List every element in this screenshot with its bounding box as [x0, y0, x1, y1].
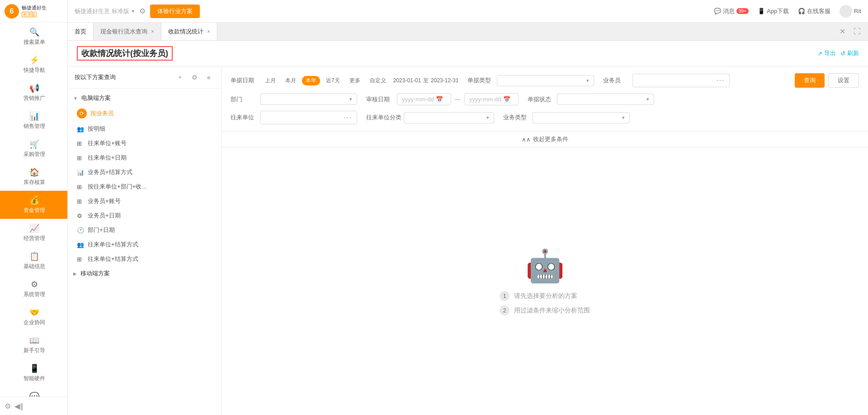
date-tab-this-month[interactable]: 本月 — [282, 76, 300, 85]
tree-item-按往来单位+部门+收...[interactable]: ⊞按往来单位+部门+收... — [68, 179, 221, 194]
tree-item-按业务员[interactable]: ⟳按业务员 — [68, 105, 221, 122]
date-tab-7days[interactable]: 近7天 — [322, 76, 344, 85]
date-tab-custom[interactable]: 自定义 — [366, 76, 390, 85]
date-tab-this-year[interactable]: 本年 — [302, 76, 320, 85]
topbar-gear-icon[interactable]: ⚙ — [139, 7, 146, 15]
tab-receipt-stats[interactable]: 收款情况统计 × — [161, 23, 217, 40]
sidebar-item-搜索菜单[interactable]: 🔍搜索菜单 — [0, 23, 67, 51]
topbar: 畅捷通好生意 标准版 ▾ ⚙ 体验行业方案 💬 消息 99+ 📱 App下载 🎧… — [68, 0, 868, 23]
sidebar-item-icon: ⚙ — [31, 279, 38, 289]
query-button[interactable]: 查询 — [795, 73, 825, 88]
sidebar-item-快捷导航[interactable]: ⚡快捷导航 — [0, 51, 67, 79]
voucher-status-select[interactable]: ▾ — [557, 94, 654, 105]
tree-item-往来单位+账号[interactable]: ⊞往来单位+账号 — [68, 136, 221, 151]
dept-select[interactable]: ▾ — [260, 94, 357, 105]
tab-bank-flow[interactable]: 现金银行流水查询 × — [94, 23, 161, 40]
tree-item-业务员+日期[interactable]: ⚙业务员+日期 — [68, 208, 221, 223]
sidebar-item-营销推广[interactable]: 📢营销推广 — [0, 79, 67, 107]
partner-more-icon[interactable]: ··· — [344, 113, 352, 122]
voucher-type-select[interactable]: ▾ — [497, 75, 594, 86]
sidebar-item-企业协同[interactable]: 🤝企业协同 — [0, 303, 67, 331]
tabbar: 首页 现金银行流水查询 × 收款情况统计 × ✕ ⛶ — [68, 23, 868, 41]
online-service-item[interactable]: 🎧 在线客服 — [798, 7, 830, 15]
voucher-type-label: 单据类型 — [467, 76, 495, 85]
step-1-num: 1 — [500, 291, 509, 301]
query-row-1: 单据日期 上月 本月 本年 近7天 更多 自定义 2023-01-01 — [231, 73, 859, 88]
query-buttons: 查询 设置 — [795, 73, 859, 88]
tree-item-业务员+账号[interactable]: ⊞业务员+账号 — [68, 194, 221, 208]
settings-footer-icon[interactable]: ⚙ — [5, 402, 11, 410]
partner-category-select[interactable]: ▾ — [404, 112, 494, 123]
right-panel: 单据日期 上月 本月 本年 近7天 更多 自定义 2023-01-01 — [222, 66, 868, 415]
sidebar-item-基础信息[interactable]: 📋基础信息 — [0, 247, 67, 275]
partner-select[interactable]: ··· — [260, 111, 357, 124]
dept-label: 部门 — [231, 95, 258, 104]
user-name: Rit — [854, 8, 861, 14]
business-type-select[interactable]: ▾ — [533, 112, 630, 123]
messages-item[interactable]: 💬 消息 99+ — [714, 7, 749, 15]
sidebar-item-企业微信[interactable]: 💬企业微信 — [0, 387, 67, 397]
logo-text: 畅捷通好生 标准版 — [22, 5, 47, 18]
bank-flow-close-icon[interactable]: × — [151, 28, 154, 35]
query-row-3: 往来单位 ··· 往来单位分类 ▾ — [231, 111, 859, 124]
trial-button[interactable]: 体验行业方案 — [150, 5, 200, 18]
tree-item-icon: ⚙ — [77, 212, 84, 219]
tree-item-label: 业务员+账号 — [88, 197, 121, 205]
sidebar-item-新手引导[interactable]: 📖新手引导 — [0, 331, 67, 359]
user-area[interactable]: Rit — [840, 5, 861, 18]
date-label: 单据日期 — [231, 76, 258, 85]
collapse-conditions-button[interactable]: ∧∧ 收起更多条件 — [522, 135, 568, 143]
tree-item-label: 业务员+结算方式 — [88, 168, 132, 176]
sidebar-item-库存核算[interactable]: 🏠库存核算 — [0, 163, 67, 191]
sidebar-item-经营管理[interactable]: 📈经营管理 — [0, 219, 67, 247]
business-type-field: 业务类型 ▾ — [503, 112, 630, 123]
voucher-type-chevron-icon: ▾ — [586, 78, 589, 84]
receipt-stats-close-icon[interactable]: × — [207, 28, 210, 35]
sidebar-item-销售管理[interactable]: 📊销售管理 — [0, 107, 67, 135]
scheme-settings-icon[interactable]: ⚙ — [189, 72, 200, 83]
sidebar-item-资金管理[interactable]: 💰资金管理 — [0, 191, 67, 219]
tree-section-header[interactable]: ▶移动端方案 — [68, 266, 221, 281]
refresh-button[interactable]: ↺ 刷新 — [840, 49, 859, 57]
voucher-status-label: 单据状态 — [528, 95, 555, 104]
collapse-footer-icon[interactable]: ◀‖ — [14, 402, 24, 410]
tree-item-往来单位+日期[interactable]: ⊞往来单位+日期 — [68, 151, 221, 165]
settings-button[interactable]: 设置 — [828, 73, 859, 88]
tree-item-按明细[interactable]: 👥按明细 — [68, 122, 221, 136]
tree-item-icon: ⊞ — [77, 140, 84, 147]
add-scheme-button[interactable]: ＋ — [175, 72, 185, 83]
collapse-up-icon: ∧∧ — [522, 136, 531, 143]
sidebar-item-label: 采购管理 — [24, 151, 45, 158]
page-title: 收款情况统计(按业务员) — [77, 46, 173, 61]
voucher-status-field: 单据状态 ▾ — [528, 94, 654, 105]
app-download-item[interactable]: 📱 App下载 — [758, 7, 789, 15]
section-label: 电脑端方案 — [81, 94, 111, 102]
close-window-icon[interactable]: ✕ — [836, 25, 849, 38]
audit-date-separator: — — [455, 96, 461, 103]
left-panel: 按以下方案查询 ＋ ⚙ « ▼电脑端方案⟳按业务员👥按明细⊞往来单位+账号⊞往来… — [68, 66, 222, 415]
date-tab-last-month[interactable]: 上月 — [261, 76, 279, 85]
sidebar-item-采购管理[interactable]: 🛒采购管理 — [0, 135, 67, 163]
audit-to-input[interactable]: yyyy-mm-dd 📅 — [464, 93, 519, 105]
tree-item-业务员+结算方式[interactable]: 📊业务员+结算方式 — [68, 165, 221, 179]
maximize-window-icon[interactable]: ⛶ — [851, 25, 863, 38]
salesman-more-icon[interactable]: ··· — [716, 76, 725, 85]
tabbar-actions: ✕ ⛶ — [836, 25, 868, 38]
salesman-select[interactable]: ··· — [632, 74, 730, 87]
tab-home[interactable]: 首页 — [68, 23, 94, 40]
tree-item-icon: 👥 — [77, 241, 84, 248]
export-button[interactable]: ↗ 导出 — [817, 49, 836, 57]
tree-item-往来单位+结算方式[interactable]: ⊞往来单位+结算方式 — [68, 252, 221, 266]
audit-from-input[interactable]: yyyy-mm-dd 📅 — [397, 93, 451, 105]
tree-section-header[interactable]: ▼电脑端方案 — [68, 91, 221, 105]
sidebar-item-label: 库存核算 — [24, 179, 45, 186]
tree-item-往来单位+结算方式[interactable]: 👥往来单位+结算方式 — [68, 237, 221, 252]
brand-chevron[interactable]: ▾ — [132, 8, 135, 14]
page-header: 收款情况统计(按业务员) ↗ 导出 ↺ 刷新 — [68, 41, 868, 66]
sidebar-item-系统管理[interactable]: ⚙系统管理 — [0, 275, 67, 303]
sidebar-item-智能硬件[interactable]: 📱智能硬件 — [0, 359, 67, 387]
panel-collapse-icon[interactable]: « — [203, 72, 214, 83]
tree-item-部门+日期[interactable]: 🕐部门+日期 — [68, 223, 221, 237]
phone-icon: 📱 — [758, 8, 765, 14]
date-tab-more[interactable]: 更多 — [346, 76, 364, 85]
